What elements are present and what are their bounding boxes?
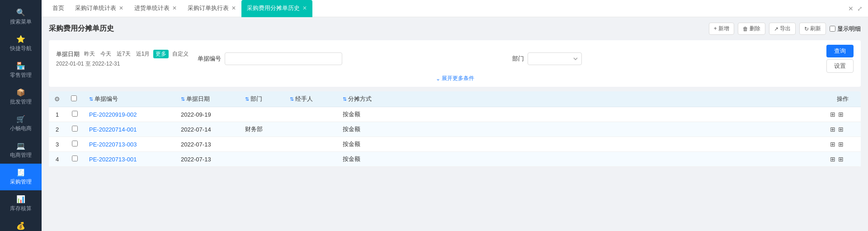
row-split-method-3: 按金额 (337, 152, 825, 167)
tab-purchase-cost-history[interactable]: 采购费用分摊单历史✕ (241, 0, 312, 17)
maximize-window-icon[interactable]: ⤢ (857, 5, 863, 12)
delete-button[interactable]: 🗑 删除 (738, 23, 765, 35)
expand-row: ⌄ 展开更多条件 (56, 73, 854, 82)
row-handler-1 (284, 122, 338, 137)
doc-number-input[interactable] (225, 52, 342, 65)
refresh-icon: ↻ (804, 26, 809, 32)
date-more[interactable]: 更多 (153, 50, 169, 58)
th-doc-number: ⇅ 单据编号 (84, 91, 175, 107)
select-all-checkbox[interactable] (71, 95, 77, 101)
tab-purchase-order-exec[interactable]: 采购订单执行表✕ (182, 0, 241, 17)
main-content: 首页采购订单统计表✕进货单统计表✕采购订单执行表✕采购费用分摊单历史✕ ✕ ⤢ … (42, 0, 868, 231)
column-settings-icon[interactable]: ⚙ (54, 95, 60, 103)
sidebar-label-inventory: 库存核算 (10, 205, 32, 212)
doc-number-link-2[interactable]: PE-20220713-003 (89, 141, 137, 148)
date-yesterday[interactable]: 昨天 (82, 50, 97, 58)
sidebar-item-quicknav[interactable]: ⭐快捷导航 (0, 30, 42, 57)
doc-number-link-0[interactable]: PE-20220919-002 (89, 111, 137, 118)
data-table: ⚙ ⇅ 单据编号 ⇅ (49, 91, 861, 167)
tab-label-purchase-order-exec: 采购订单执行表 (188, 4, 229, 12)
date-7days[interactable]: 近7天 (115, 50, 132, 58)
row-edit-icon-2[interactable]: ⊞ (830, 141, 835, 148)
sidebar-icon-inventory: 📊 (2, 195, 40, 203)
sidebar-item-purchase[interactable]: 🧾采购管理 (0, 164, 42, 190)
row-num-3 (66, 152, 84, 167)
tab-home[interactable]: 首页 (47, 0, 70, 17)
settings-button[interactable]: 设置 (826, 59, 854, 73)
sidebar-icon-wholesale: 📦 (2, 88, 40, 97)
sidebar-item-wholesale[interactable]: 📦批发管理 (0, 84, 42, 110)
row-more-icon-3[interactable]: ⊞ (838, 156, 844, 163)
sort-icon-dept: ⇅ (245, 96, 249, 102)
row-operations-0: ⊞ ⊞ (825, 107, 861, 122)
sidebar-item-ecommerce[interactable]: 💻电商管理 (0, 137, 42, 164)
date-range-text: 2022-01-01 至 2022-12-31 (56, 60, 120, 68)
date-today[interactable]: 今天 (99, 50, 113, 58)
table-header-row: ⚙ ⇅ 单据编号 ⇅ (49, 91, 861, 107)
doc-number-link-1[interactable]: PE-20220714-001 (89, 126, 137, 133)
row-more-icon-2[interactable]: ⊞ (838, 141, 844, 148)
row-dept-3 (240, 152, 284, 167)
sidebar-item-finance[interactable]: 💰资金管理 (0, 217, 42, 231)
page-title: 采购费用分摊单历史 (49, 24, 114, 33)
row-num-0 (66, 107, 84, 122)
row-doc-number-2: PE-20220713-003 (84, 137, 175, 152)
dept-select[interactable] (528, 52, 582, 65)
row-split-method-0: 按金额 (337, 107, 825, 122)
tab-purchase-order-stats[interactable]: 采购订单统计表✕ (70, 0, 129, 17)
row-num-2 (66, 137, 84, 152)
table-row: 4 PE-20220713-001 2022-07-13 按金额 ⊞ ⊞ (49, 152, 861, 167)
row-edit-icon-0[interactable]: ⊞ (830, 111, 835, 118)
row-more-icon-1[interactable]: ⊞ (838, 126, 844, 133)
sidebar-label-search: 搜索菜单 (10, 19, 32, 25)
row-settings-2: 3 (49, 137, 66, 152)
dept-label: 部门 (512, 55, 524, 63)
show-columns-input[interactable] (830, 26, 835, 32)
row-checkbox-3[interactable] (72, 156, 78, 161)
query-button[interactable]: 查询 (826, 45, 854, 57)
table-row: 1 PE-20220919-002 2022-09-19 按金额 ⊞ ⊞ (49, 107, 861, 122)
expand-conditions-btn[interactable]: ⌄ 展开更多条件 (436, 75, 474, 82)
sidebar-item-search[interactable]: 🔍搜索菜单 (0, 4, 42, 30)
date-custom[interactable]: 自定义 (170, 50, 190, 58)
row-edit-icon-3[interactable]: ⊞ (830, 156, 835, 163)
sidebar-icon-retail: 🏪 (2, 61, 40, 70)
th-dept: ⇅ 部门 (240, 91, 284, 107)
sidebar-item-xiaopang[interactable]: 🛒小畅电商 (0, 110, 42, 137)
doc-number-label: 单据编号 (198, 55, 221, 63)
row-checkbox-0[interactable] (72, 111, 78, 117)
tab-close-receipt-stats[interactable]: ✕ (172, 5, 177, 11)
th-operation: 操作 (825, 91, 861, 107)
tab-bar: 首页采购订单统计表✕进货单统计表✕采购订单执行表✕采购费用分摊单历史✕ ✕ ⤢ (42, 0, 868, 17)
row-dept-1: 财务部 (240, 122, 284, 137)
tab-close-purchase-cost-history[interactable]: ✕ (302, 5, 307, 11)
tab-label-home: 首页 (52, 4, 64, 12)
export-button[interactable]: ↗ 导出 (769, 23, 796, 35)
sidebar-item-inventory[interactable]: 📊库存核算 (0, 190, 42, 217)
show-columns-checkbox[interactable]: 显示明细 (830, 25, 861, 33)
row-checkbox-2[interactable] (72, 141, 78, 146)
th-dept-label: 部门 (250, 95, 262, 103)
row-checkbox-1[interactable] (72, 126, 78, 132)
close-window-icon[interactable]: ✕ (848, 5, 854, 12)
sidebar-label-quicknav: 快捷导航 (10, 45, 32, 52)
tab-receipt-stats[interactable]: 进货单统计表✕ (129, 0, 182, 17)
date-1month[interactable]: 近1月 (134, 50, 152, 58)
table-container: ⚙ ⇅ 单据编号 ⇅ (49, 91, 861, 167)
tab-close-purchase-order-exec[interactable]: ✕ (231, 5, 236, 11)
th-doc-date-label: 单据日期 (186, 95, 210, 103)
row-operations-1: ⊞ ⊞ (825, 122, 861, 137)
tab-close-purchase-order-stats[interactable]: ✕ (119, 5, 123, 11)
th-doc-number-label: 单据编号 (94, 95, 118, 103)
refresh-button[interactable]: ↻ 刷新 (799, 23, 826, 35)
row-edit-icon-1[interactable]: ⊞ (830, 126, 835, 133)
row-more-icon-0[interactable]: ⊞ (838, 111, 844, 118)
sidebar-item-retail[interactable]: 🏪零售管理 (0, 57, 42, 84)
table-row: 2 PE-20220714-001 2022-07-14 财务部 按金额 ⊞ ⊞ (49, 122, 861, 137)
doc-number-link-3[interactable]: PE-20220713-001 (89, 156, 137, 163)
table-body: 1 PE-20220919-002 2022-09-19 按金额 ⊞ ⊞ 2 (49, 107, 861, 167)
row-handler-2 (284, 137, 338, 152)
add-button[interactable]: + 新增 (709, 23, 734, 35)
row-settings-1: 2 (49, 122, 66, 137)
sidebar-icon-ecommerce: 💻 (2, 141, 40, 150)
